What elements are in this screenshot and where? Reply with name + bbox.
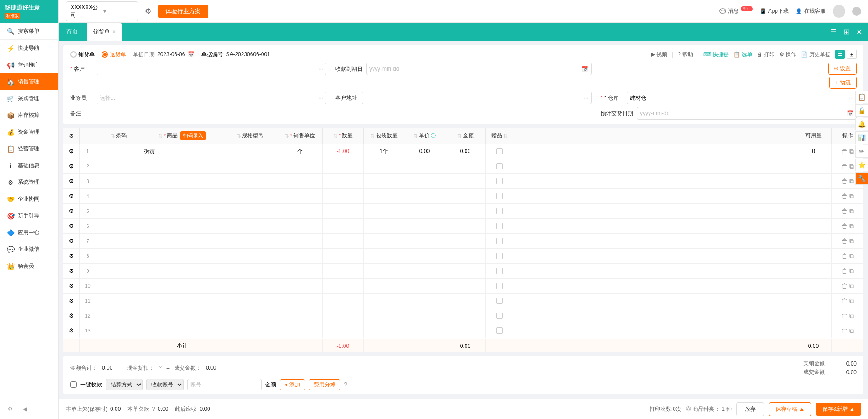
row-desc[interactable] [513,219,795,233]
row-barcode[interactable] [96,204,141,218]
sidebar-item-quicknav[interactable]: ⚡ 快捷导航 [0,40,58,57]
row-amount[interactable] [445,204,486,218]
delete-icon[interactable]: 🗑 [841,237,848,245]
account-select[interactable]: 收款账号 [146,379,184,390]
row-qty[interactable] [323,294,364,308]
row-unit[interactable] [277,308,323,323]
row-unit[interactable] [277,249,323,263]
row-desc[interactable] [513,249,795,263]
row-spec[interactable] [223,204,277,218]
row-price[interactable] [404,264,445,278]
copy-icon[interactable]: ⧉ [849,148,854,155]
shortage-question-icon[interactable]: ? [152,406,155,412]
row-spec[interactable] [223,159,277,173]
delete-icon[interactable]: 🗑 [841,207,848,215]
float-btn-4[interactable]: 📊 [855,131,868,144]
action-shortcut[interactable]: ⌨ 快捷键 [703,51,729,58]
app-download-btn[interactable]: 📱 App下载 [760,7,789,15]
row-barcode[interactable] [96,159,141,173]
trial-btn[interactable]: 体验行业方案 [158,5,208,18]
row-barcode[interactable] [96,219,141,233]
row-barcode[interactable] [96,323,141,338]
row-spec[interactable] [223,294,277,308]
row-settings[interactable]: ⚙ [63,144,80,159]
row-settings[interactable]: ⚙ [63,249,80,263]
row-pkg[interactable] [364,204,404,218]
salesperson-dots[interactable]: ··· [319,95,323,101]
payment-date-input[interactable]: yyyy-mm-dd 📅 [366,63,592,75]
row-qty[interactable] [323,323,364,338]
row-settings[interactable]: ⚙ [63,294,80,308]
customer-dots[interactable]: ··· [319,66,323,72]
row-settings[interactable]: ⚙ [63,189,80,203]
row-qty[interactable] [323,159,364,173]
float-btn-7[interactable]: 🔧 [855,172,868,185]
row-amount[interactable] [445,219,486,233]
row-product[interactable] [141,174,223,188]
sidebar-item-management[interactable]: 📋 经营管理 [0,140,58,157]
row-amount[interactable] [445,174,486,188]
copy-icon[interactable]: ⧉ [849,237,854,245]
delete-icon[interactable]: 🗑 [841,312,848,320]
row-qty[interactable] [323,279,364,293]
tab-close-icon[interactable]: × [112,29,116,35]
float-btn-2[interactable]: 🔒 [855,104,868,117]
row-pkg[interactable] [364,189,404,203]
row-desc[interactable] [513,294,795,308]
add-payment-btn[interactable]: ● 添加 [280,379,305,390]
col-settings[interactable]: ⚙ [63,128,80,144]
tab-grid-icon[interactable]: ⊞ [841,26,852,37]
row-gift[interactable] [486,189,513,203]
row-spec[interactable] [223,308,277,323]
salesperson-input[interactable]: 选择... ··· [97,92,326,104]
row-gift[interactable] [486,219,513,233]
row-price[interactable] [404,189,445,203]
tab-home[interactable]: 首页 [59,23,85,41]
row-settings[interactable]: ⚙ [63,264,80,278]
row-gift[interactable] [486,323,513,338]
row-price[interactable] [404,219,445,233]
row-barcode[interactable] [96,144,141,159]
sidebar-item-search[interactable]: 🔍 搜索菜单 [0,23,58,40]
copy-icon[interactable]: ⧉ [849,178,854,185]
expected-date-input[interactable]: yyyy-mm-dd 📅 [637,107,857,120]
row-desc[interactable] [513,174,795,188]
save-new-btn[interactable]: 保存&新增 ▲ [816,403,861,416]
customer-addr-input[interactable]: ··· [362,92,592,104]
delete-icon[interactable]: 🗑 [841,193,848,200]
copy-icon[interactable]: ⧉ [849,193,854,200]
row-price[interactable] [404,294,445,308]
row-gift[interactable] [486,144,513,159]
expense-btn[interactable]: 费用分摊 [309,379,340,390]
question-icon[interactable]: ? [159,365,162,371]
row-gift[interactable] [486,249,513,263]
row-product[interactable] [141,279,223,293]
sidebar-item-apps[interactable]: 🔷 应用中心 [0,224,58,241]
row-pkg[interactable] [364,323,404,338]
warehouse-dots[interactable]: ··· [849,95,853,101]
price-info-icon[interactable]: ⓘ [431,132,436,139]
logistics-btn[interactable]: + 物流 [829,77,857,89]
row-unit[interactable] [277,159,323,173]
copy-icon[interactable]: ⧉ [849,312,854,320]
row-desc[interactable] [513,189,795,203]
row-unit[interactable] [277,264,323,278]
settings-bottom-icon[interactable]: ⚙ [5,404,15,414]
row-product[interactable] [141,323,223,338]
delete-icon[interactable]: 🗑 [841,252,848,260]
sidebar-item-inventory[interactable]: 📦 库存核算 [0,107,58,124]
row-desc[interactable] [513,323,795,338]
collapse-icon[interactable]: ◀ [19,404,30,414]
row-spec[interactable] [223,323,277,338]
save-draft-btn[interactable]: 保存草稿 ▲ [769,402,811,416]
action-help[interactable]: ? 帮助 [678,51,693,58]
copy-icon[interactable]: ⧉ [849,252,854,260]
row-amount[interactable] [445,234,486,248]
row-settings[interactable]: ⚙ [63,174,80,188]
warehouse-input[interactable]: 建材仓 ··· [627,92,857,104]
grid-view-icon[interactable]: ⊞ [847,50,857,59]
row-unit[interactable] [277,189,323,203]
copy-icon[interactable]: ⧉ [849,222,854,230]
row-product[interactable] [141,249,223,263]
row-spec[interactable] [223,189,277,203]
